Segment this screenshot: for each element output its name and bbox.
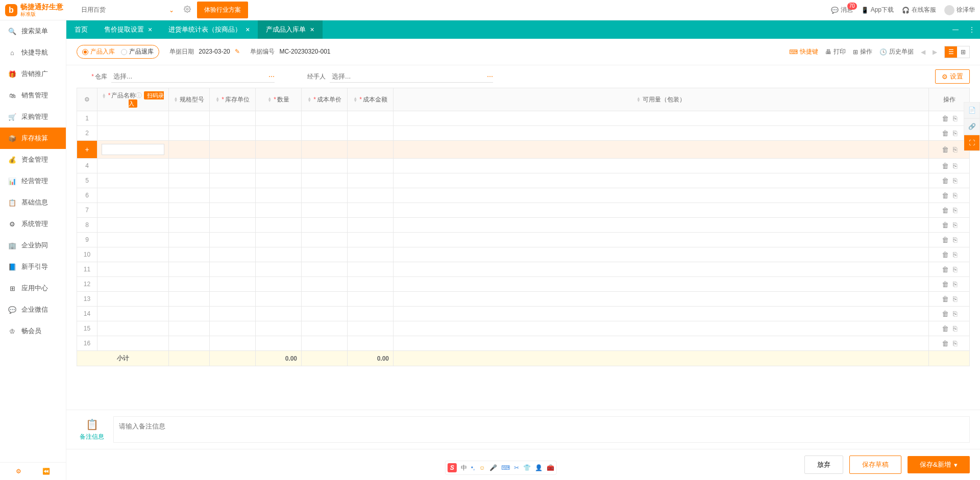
sidebar-item-10[interactable]: 🏢企业协同 [0,235,66,256]
ime-punct-icon[interactable]: •, [471,464,475,471]
cell-qty[interactable] [256,292,302,307]
ime-mic-icon[interactable]: 🎤 [489,464,497,471]
cell-spec[interactable] [169,126,210,141]
prev-button[interactable]: ◀ [921,48,925,56]
cell-price[interactable] [302,141,348,159]
cell-spec[interactable] [169,262,210,277]
sidebar-item-7[interactable]: 📊经营管理 [0,170,66,192]
operate-button[interactable]: ⊞ 操作 [853,47,872,56]
tab-close-icon[interactable]: × [310,26,314,34]
sidebar-item-2[interactable]: 🎁营销推广 [0,63,66,85]
table-row[interactable]: 10🗑⎘ [77,247,970,262]
delete-row-icon[interactable]: 🗑 [942,129,949,137]
cell-available[interactable] [394,321,929,336]
cell-available[interactable] [394,292,929,307]
side-tool-1[interactable]: 📄 [964,102,980,118]
cell-qty[interactable] [256,111,302,126]
cell-available[interactable] [394,336,929,351]
copy-row-icon[interactable]: ⎘ [953,191,957,199]
cell-available[interactable] [394,233,929,247]
cell-unit[interactable] [210,218,256,233]
col-available-header[interactable]: ▲▼可用量（包装） [394,88,929,111]
copy-row-icon[interactable]: ⎘ [953,310,957,318]
cell-unit[interactable] [210,247,256,262]
sidebar-item-13[interactable]: 💬企业微信 [0,299,66,320]
delete-row-icon[interactable]: 🗑 [942,280,949,288]
cell-unit[interactable] [210,173,256,188]
cell-available[interactable] [394,141,929,159]
cell-spec[interactable] [169,111,210,126]
copy-row-icon[interactable]: ⎘ [953,324,957,333]
handler-more-icon[interactable]: ⋯ [487,73,493,80]
copy-row-icon[interactable]: ⎘ [953,236,957,244]
cell-product[interactable] [97,262,169,277]
cell-price[interactable] [302,307,348,321]
col-spec-header[interactable]: ▲▼规格型号 [169,88,210,111]
cell-product[interactable] [97,292,169,307]
cell-spec[interactable] [169,141,210,159]
cell-unit[interactable] [210,292,256,307]
cell-product[interactable] [97,218,169,233]
cell-qty[interactable] [256,277,302,292]
cell-available[interactable] [394,188,929,203]
cell-product[interactable] [97,321,169,336]
user-menu[interactable]: 徐泽华 [944,5,975,15]
cell-qty[interactable] [256,218,302,233]
radio-product-in[interactable]: 产品入库 [82,47,115,56]
ime-toolbox-icon[interactable]: 🧰 [547,464,554,471]
delete-row-icon[interactable]: 🗑 [942,324,949,333]
cell-qty[interactable] [256,126,302,141]
table-row[interactable]: 15🗑⎘ [77,321,970,336]
cell-price[interactable] [302,277,348,292]
cell-amount[interactable] [348,218,394,233]
remark-input[interactable] [113,416,970,443]
view-list-button[interactable]: ☰ [945,46,957,58]
table-row[interactable]: 1🗑⎘ [77,111,970,126]
app-download-button[interactable]: 📱 App下载 [861,6,894,14]
cell-amount[interactable] [348,277,394,292]
col-product-header[interactable]: ▲▼*产品名称ⓘ扫码录入 [97,88,169,111]
cell-amount[interactable] [348,203,394,218]
cell-unit[interactable] [210,233,256,247]
sidebar-item-0[interactable]: 🔍搜索菜单 [0,20,66,42]
cell-price[interactable] [302,159,348,173]
delete-row-icon[interactable]: 🗑 [942,236,949,244]
table-row[interactable]: 14🗑⎘ [77,307,970,321]
radio-product-out[interactable]: 产品退库 [121,47,154,56]
cell-unit[interactable] [210,321,256,336]
cell-spec[interactable] [169,188,210,203]
side-tool-3[interactable]: ⛶ [964,135,980,151]
table-row[interactable]: 2🗑⎘ [77,126,970,141]
cell-qty[interactable] [256,233,302,247]
save-new-button[interactable]: 保存&新增 ▾ [908,456,970,473]
copy-row-icon[interactable]: ⎘ [953,176,957,185]
cell-amount[interactable] [348,188,394,203]
cell-spec[interactable] [169,159,210,173]
copy-row-icon[interactable]: ⎘ [953,129,957,137]
category-dropdown[interactable]: 日用百货 ⌄ [77,3,179,17]
discard-button[interactable]: 放弃 [804,456,843,474]
ime-clip-icon[interactable]: ✂ [514,464,519,471]
copy-row-icon[interactable]: ⎘ [953,162,957,170]
cell-price[interactable] [302,188,348,203]
cell-spec[interactable] [169,233,210,247]
cell-amount[interactable] [348,262,394,277]
cell-unit[interactable] [210,203,256,218]
save-draft-button[interactable]: 保存草稿 [849,456,901,474]
cell-spec[interactable] [169,203,210,218]
cell-price[interactable] [302,126,348,141]
cell-unit[interactable] [210,336,256,351]
sidebar-item-9[interactable]: ⚙系统管理 [0,213,66,235]
cell-spec[interactable] [169,292,210,307]
table-row[interactable]: 6🗑⎘ [77,188,970,203]
copy-row-icon[interactable]: ⎘ [953,145,957,154]
cell-qty[interactable] [256,247,302,262]
history-button[interactable]: 🕓 历史单据 [879,47,914,56]
print-button[interactable]: 🖶 打印 [825,47,846,56]
cell-available[interactable] [394,173,929,188]
table-row[interactable]: 12🗑⎘ [77,277,970,292]
cell-amount[interactable] [348,159,394,173]
online-service-button[interactable]: 🎧 在线客服 [902,6,936,14]
cell-amount[interactable] [348,247,394,262]
cell-qty[interactable] [256,336,302,351]
